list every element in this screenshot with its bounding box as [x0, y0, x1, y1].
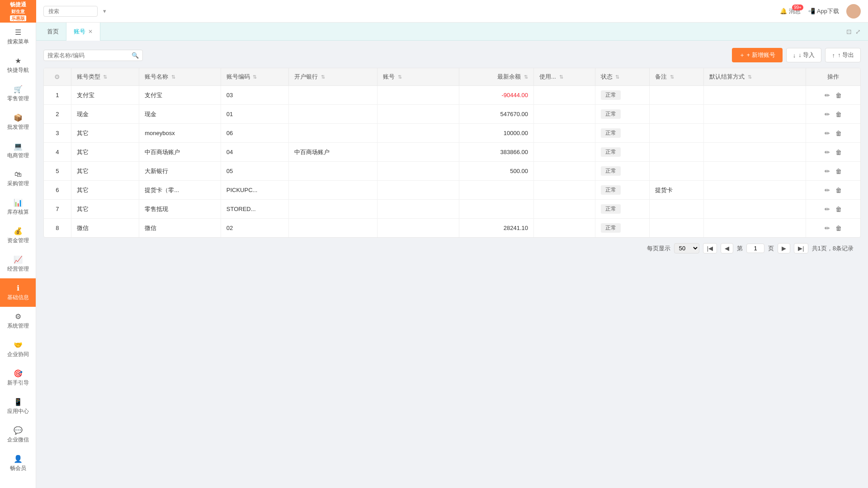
sidebar-label-operation: 经营管理 — [7, 265, 29, 273]
export-button[interactable]: ↑ ↑ 导出 — [825, 48, 861, 62]
prev-page-button[interactable]: ◀ — [721, 243, 733, 253]
sidebar-item-wholesale-mgmt[interactable]: 📦 批发管理 — [0, 108, 36, 136]
sidebar-item-basic-info[interactable]: ℹ 基础信息 — [0, 278, 36, 307]
th-status[interactable]: 状态 ⇅ — [595, 68, 649, 86]
th-code[interactable]: 账号编码 ⇅ — [221, 68, 289, 86]
th-type[interactable]: 账号类型 ⇅ — [71, 68, 139, 86]
sidebar-item-enterprise-wechat[interactable]: 💬 企业微信 — [0, 421, 36, 449]
next-page-button[interactable]: ▶ — [778, 243, 790, 253]
sidebar-item-finance-mgmt[interactable]: 💰 资金管理 — [0, 221, 36, 250]
th-use[interactable]: 使用... ⇅ — [534, 68, 595, 86]
sidebar-item-purchase-mgmt[interactable]: 🛍 采购管理 — [0, 165, 36, 193]
dropdown-icon[interactable]: ▾ — [103, 8, 106, 14]
table-header-row: ⚙ 账号类型 ⇅ 账号名称 ⇅ 账号编码 ⇅ — [44, 68, 860, 86]
cell-settlement — [704, 105, 806, 124]
cell-code: 01 — [221, 105, 289, 124]
sidebar-item-quick-nav[interactable]: ★ 快捷导航 — [0, 51, 36, 80]
cell-code: STORED... — [221, 200, 289, 219]
tab-home[interactable]: 首页 — [40, 23, 66, 41]
cell-name: moneybosx — [139, 124, 221, 143]
edit-button[interactable]: ✏ — [823, 148, 832, 157]
cell-code: 02 — [221, 219, 289, 238]
edit-button[interactable]: ✏ — [823, 91, 832, 100]
delete-button[interactable]: 🗑 — [834, 129, 844, 138]
messages-button[interactable]: 🔔 消息 99+ — [780, 7, 801, 15]
th-bank[interactable]: 开户银行 ⇅ — [289, 68, 377, 86]
cell-settlement — [704, 200, 806, 219]
delete-button[interactable]: 🗑 — [834, 224, 844, 233]
maximize-icon[interactable]: ⤢ — [855, 28, 861, 35]
sidebar-item-retail-mgmt[interactable]: 🛒 零售管理 — [0, 80, 36, 108]
sidebar-item-guide[interactable]: 🎯 新手引导 — [0, 364, 36, 392]
app-download-button[interactable]: 📲 App下载 — [808, 7, 839, 15]
th-balance[interactable]: 最新余额 ⇅ — [459, 68, 534, 86]
cell-status: 正常 — [595, 105, 649, 124]
sidebar-item-app-center[interactable]: 📱 应用中心 — [0, 392, 36, 421]
cell-status: 正常 — [595, 162, 649, 181]
cell-name: 零售抵现 — [139, 200, 221, 219]
cell-settlement — [704, 86, 806, 105]
delete-button[interactable]: 🗑 — [834, 91, 844, 100]
sidebar-item-membership[interactable]: 👤 畅会员 — [0, 449, 36, 478]
delete-button[interactable]: 🗑 — [834, 186, 844, 195]
sidebar-label-basic-info: 基础信息 — [7, 294, 29, 301]
delete-button[interactable]: 🗑 — [834, 148, 844, 157]
tab-account-label: 账号 — [74, 28, 85, 36]
sort-status-icon: ⇅ — [615, 74, 619, 80]
search-icon[interactable]: 🔍 — [132, 52, 139, 59]
cell-use — [534, 105, 595, 124]
sidebar-item-operation-mgmt[interactable]: 📈 经营管理 — [0, 250, 36, 278]
th-remark[interactable]: 备注 ⇅ — [649, 68, 703, 86]
download-icon: 📲 — [808, 8, 815, 14]
avatar[interactable] — [846, 4, 861, 19]
last-page-button[interactable]: ▶| — [794, 243, 808, 253]
sidebar-item-enterprise-agreement[interactable]: 🤝 企业协同 — [0, 335, 36, 364]
tab-home-label: 首页 — [47, 28, 59, 36]
th-account[interactable]: 账号 ⇅ — [377, 68, 459, 86]
restore-icon[interactable]: ⊡ — [846, 28, 852, 35]
cell-code: 04 — [221, 143, 289, 162]
cell-type: 其它 — [71, 162, 139, 181]
search-input[interactable] — [47, 52, 132, 59]
delete-button[interactable]: 🗑 — [834, 110, 844, 119]
th-settlement[interactable]: 默认结算方式 ⇅ — [704, 68, 806, 86]
sidebar-label-app-center: 应用中心 — [7, 408, 29, 415]
edit-button[interactable]: ✏ — [823, 110, 832, 119]
page-input[interactable] — [746, 244, 764, 253]
page-label2: 页 — [768, 244, 774, 253]
system-icon: ⚙ — [15, 312, 21, 321]
tab-account[interactable]: 账号 ✕ — [66, 23, 100, 41]
cell-bank — [289, 105, 377, 124]
edit-button[interactable]: ✏ — [823, 167, 832, 176]
cell-name: 大新银行 — [139, 162, 221, 181]
messages-badge: 99+ — [792, 5, 803, 10]
edit-button[interactable]: ✏ — [823, 224, 832, 233]
sidebar-item-ecommerce-mgmt[interactable]: 💻 电商管理 — [0, 136, 36, 165]
delete-button[interactable]: 🗑 — [834, 167, 844, 176]
delete-button[interactable]: 🗑 — [834, 205, 844, 214]
th-gear[interactable]: ⚙ — [44, 68, 71, 86]
add-account-button[interactable]: ＋ + 新增账号 — [732, 48, 783, 62]
sidebar-item-search-menu[interactable]: ☰ 搜索菜单 — [0, 23, 36, 51]
sidebar-item-system-mgmt[interactable]: ⚙ 系统管理 — [0, 307, 36, 335]
tab-bar: 首页 账号 ✕ ⊡ ⤢ — [36, 23, 868, 41]
edit-button[interactable]: ✏ — [823, 186, 832, 195]
per-page-select[interactable]: 50 100 200 — [674, 243, 699, 253]
th-name[interactable]: 账号名称 ⇅ — [139, 68, 221, 86]
top-search-input[interactable] — [43, 6, 98, 17]
edit-button[interactable]: ✏ — [823, 205, 832, 214]
cell-account — [377, 143, 459, 162]
table-row: 1 支付宝 支付宝 03 -90444.00 正常 ✏ 🗑 — [44, 86, 860, 105]
sidebar-item-inventory[interactable]: 📊 库存核算 — [0, 193, 36, 221]
cell-type: 其它 — [71, 143, 139, 162]
settings-icon[interactable]: ⚙ — [54, 73, 60, 80]
edit-button[interactable]: ✏ — [823, 129, 832, 138]
export-icon: ↑ — [832, 52, 835, 59]
tab-close-icon[interactable]: ✕ — [88, 28, 93, 35]
import-button[interactable]: ↓ ↓ 导入 — [786, 48, 822, 62]
sort-settlement-icon: ⇅ — [748, 74, 752, 80]
sidebar-label-finance: 资金管理 — [7, 237, 29, 244]
cell-status: 正常 — [595, 124, 649, 143]
first-page-button[interactable]: |◀ — [703, 243, 717, 253]
table-row: 8 微信 微信 02 28241.10 正常 ✏ 🗑 — [44, 219, 860, 238]
